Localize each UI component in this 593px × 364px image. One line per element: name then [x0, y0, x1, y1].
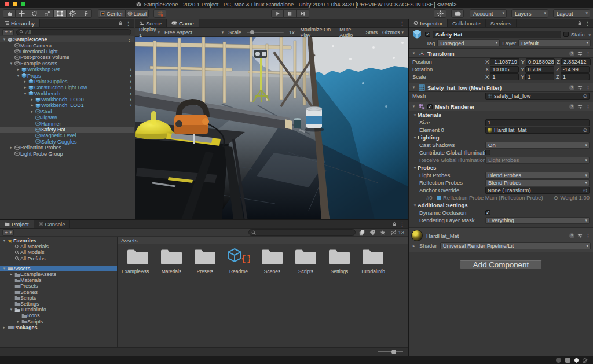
maximize-window-button[interactable] — [21, 2, 25, 6]
progress-activity-button[interactable] — [434, 9, 446, 18]
prefab-chevron-icon[interactable] — [130, 79, 134, 84]
prefab-chevron-icon[interactable] — [130, 97, 134, 102]
project-search[interactable] — [248, 229, 356, 236]
tab-project[interactable]: Project — [0, 220, 34, 228]
position-y-field[interactable]: 0.9158028 — [526, 58, 555, 65]
presets-icon[interactable] — [577, 104, 583, 109]
mute-audio-button[interactable]: Mute Audio — [338, 28, 363, 36]
project-search-input[interactable] — [258, 230, 353, 236]
hierarchy-item-example-assets[interactable]: Example Assets — [0, 61, 134, 67]
cast-shadows-dropdown[interactable]: On — [485, 142, 590, 149]
asset-scenes[interactable]: Scenes — [255, 247, 289, 274]
foldout-open-icon[interactable] — [9, 307, 14, 312]
project-item-scripts[interactable]: Scripts — [0, 318, 117, 324]
pause-button[interactable] — [284, 9, 296, 18]
grid-snap-button[interactable] — [153, 9, 166, 18]
transform-component-header[interactable]: Transform — [409, 49, 593, 58]
materials-foldout[interactable]: Materials — [409, 111, 593, 119]
rotation-y-field[interactable]: 8.739 — [525, 66, 554, 73]
hierarchy-item-jigsaw[interactable]: Jigsaw — [0, 115, 134, 120]
materials-size-field[interactable]: 1 — [485, 119, 590, 126]
foldout-closed-icon[interactable] — [2, 325, 7, 330]
tag-dropdown[interactable]: Untagged — [437, 39, 500, 46]
hierarchy-item-directional-light[interactable]: Directional Light — [0, 49, 134, 54]
panel-menu-icon[interactable] — [400, 20, 405, 27]
gameobject-cube-icon[interactable] — [411, 28, 423, 40]
tab-collaborate[interactable]: Collaborate — [448, 19, 486, 27]
hierarchy-item-workbench-lod0[interactable]: Workbench_LOD0 — [0, 97, 134, 102]
foldout-closed-icon[interactable] — [30, 109, 35, 114]
hierarchy-search-input[interactable] — [25, 29, 129, 35]
asset-readme[interactable]: {}Readme — [222, 247, 255, 274]
search-by-type-button[interactable] — [358, 230, 366, 236]
contribute-gi-checkbox[interactable] — [485, 150, 490, 155]
component-enabled-checkbox[interactable] — [427, 104, 433, 109]
help-icon[interactable] — [569, 104, 574, 109]
cloud-collab-button[interactable] — [451, 9, 464, 18]
project-item-exampleassets[interactable]: ExampleAssets — [0, 271, 117, 277]
hierarchy-item-stud[interactable]: Stud — [0, 109, 134, 115]
prefab-chevron-icon[interactable] — [130, 67, 134, 72]
rotation-z-field[interactable]: -14.99 — [561, 66, 590, 73]
hierarchy-item-paint-supplies[interactable]: Paint Supplies — [0, 79, 134, 84]
create-object-button[interactable]: + — [2, 29, 14, 35]
hierarchy-item-post-process-volume[interactable]: Post-process Volume — [0, 54, 134, 60]
project-item-all-prefabs[interactable]: All Prefabs — [0, 256, 117, 262]
custom-tool-button[interactable] — [79, 9, 92, 18]
foldout-closed-icon[interactable] — [16, 319, 21, 324]
component-menu-icon[interactable] — [585, 233, 591, 239]
panel-menu-icon[interactable] — [585, 20, 590, 27]
anchor-override-field[interactable]: None (Transform) — [485, 187, 590, 194]
play-button[interactable] — [271, 9, 284, 18]
lock-icon[interactable] — [392, 222, 397, 227]
hierarchy-item-workbench[interactable]: Workbench — [0, 91, 134, 97]
status-bulb-icon[interactable] — [574, 358, 579, 362]
rotate-tool-button[interactable] — [28, 9, 41, 18]
foldout-closed-icon[interactable] — [30, 97, 35, 102]
hierarchy-item-magnetic-level[interactable]: Magnetic Level — [0, 133, 134, 138]
lighting-foldout[interactable]: Lighting — [409, 134, 593, 141]
foldout-open-icon[interactable] — [412, 166, 418, 170]
foldout-closed-icon[interactable] — [16, 67, 21, 72]
project-item-settings[interactable]: Settings — [0, 301, 117, 307]
asset-settings[interactable]: Settings — [323, 247, 356, 274]
prefab-chevron-icon[interactable] — [130, 102, 134, 108]
prefab-chevron-icon[interactable] — [130, 91, 134, 97]
tab-game[interactable]: Game — [167, 19, 199, 27]
hierarchy-item-workshop-set[interactable]: Workshop Set — [0, 67, 134, 72]
project-item-presets[interactable]: Presets — [0, 283, 117, 289]
foldout-open-icon[interactable] — [412, 203, 418, 208]
panel-menu-icon[interactable] — [126, 20, 131, 27]
tab-hierarchy[interactable]: Hierarchy — [0, 19, 40, 27]
tab-inspector[interactable]: Inspector — [409, 19, 448, 27]
foldout-open-icon[interactable] — [411, 51, 416, 56]
foldout-open-icon[interactable] — [23, 91, 28, 96]
aspect-dropdown[interactable]: Free Aspect — [163, 28, 225, 36]
component-menu-icon[interactable] — [585, 50, 591, 57]
project-item-all-models[interactable]: All Models — [0, 249, 117, 255]
material-preview-sphere[interactable] — [411, 230, 423, 241]
asset-exampleassets[interactable]: ExampleAssets — [121, 247, 155, 274]
hierarchy-item-main-camera[interactable]: Main Camera — [0, 42, 134, 48]
panel-menu-icon[interactable] — [400, 221, 405, 227]
icon-size-slider[interactable] — [378, 351, 403, 352]
foldout-open-icon[interactable] — [2, 238, 7, 243]
layers-dropdown[interactable]: Layers — [511, 9, 548, 18]
probes-foldout[interactable]: Probes — [409, 164, 593, 171]
rect-tool-button[interactable] — [54, 9, 67, 18]
asset-tutorialinfo[interactable]: TutorialInfo — [356, 247, 390, 274]
static-dropdown-icon[interactable] — [587, 31, 591, 38]
hierarchy-item-light-probe-group[interactable]: Light Probe Group — [0, 150, 134, 156]
foldout-open-icon[interactable] — [2, 37, 7, 42]
component-menu-icon[interactable] — [585, 104, 591, 110]
foldout-open-icon[interactable] — [9, 61, 14, 66]
hierarchy-search[interactable] — [16, 29, 131, 35]
object-name-field[interactable]: Safety Hat — [433, 31, 561, 38]
help-icon[interactable] — [569, 233, 574, 238]
foldout-closed-icon[interactable] — [9, 272, 14, 277]
lock-icon[interactable] — [577, 21, 582, 26]
project-item-tutorialinfo[interactable]: TutorialInfo — [0, 307, 117, 312]
mesh-filter-component-header[interactable]: Safety_hat_low (Mesh Filter) — [409, 83, 593, 92]
icon-size-slider-knob[interactable] — [391, 350, 396, 354]
position-z-field[interactable]: 2.832412 — [561, 58, 591, 65]
